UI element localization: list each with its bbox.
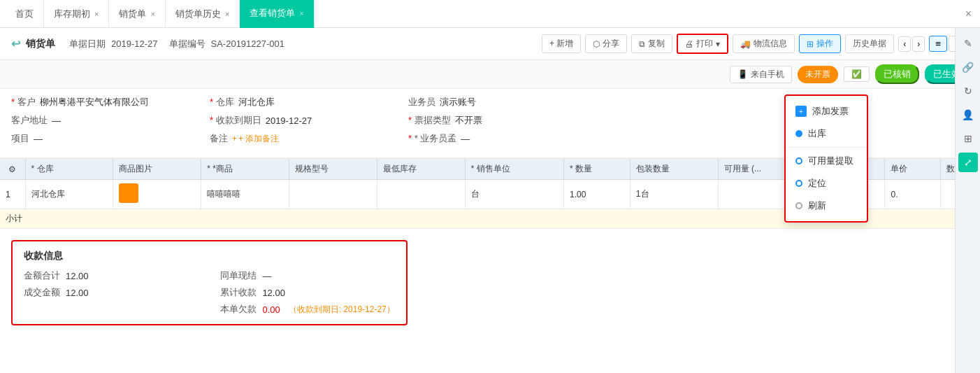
tab-sales-order[interactable]: 销货单 × [109, 0, 165, 28]
sidebar-table-icon[interactable]: ⊞ [958, 129, 978, 148]
th-product: * *商品 [201, 159, 289, 180]
customer-value: 柳州粤港平安气体有限公司 [40, 96, 149, 108]
address-label: 客户地址 [11, 114, 48, 127]
row-package-qty: 1台 [630, 180, 718, 209]
th-unit: * 销售单位 [465, 159, 563, 180]
sidebar-expand-icon[interactable]: ⤢ [958, 153, 978, 172]
tab-sales-order-close[interactable]: × [150, 10, 154, 18]
due-date-value: 2019-12-27 [266, 115, 312, 126]
locate-icon [795, 180, 802, 187]
total-amount-value: 12.00 [66, 271, 89, 281]
menu-outbound[interactable]: 出库 [786, 122, 867, 145]
sidebar-refresh-icon[interactable]: ↻ [958, 81, 978, 101]
outbound-icon [795, 130, 802, 137]
warehouse-value: 河北仓库 [238, 96, 275, 108]
check-icon-button[interactable]: ✅ [844, 66, 870, 82]
doc-number-label: 单据编号 SA-20191227-001 [169, 38, 285, 50]
customer-label: 客户 [11, 96, 36, 108]
tab-inventory-init[interactable]: 库存期初 × [44, 0, 109, 28]
add-note-button[interactable]: + + 添加备注 [232, 133, 279, 145]
operations-button[interactable]: ⊞ 操作 [799, 34, 841, 53]
th-warehouse: * 仓库 [25, 159, 113, 180]
same-order-row: 同单现结 — [220, 269, 394, 282]
sidebar-person-icon[interactable]: 👤 [958, 105, 978, 125]
project-value: — [34, 134, 43, 144]
salesman-field: * 业务员孟 — [408, 132, 590, 145]
right-sidebar: ✎ 🔗 ↻ 👤 ⊞ ⤢ [955, 28, 980, 373]
cumulative-value: 12.00 [262, 288, 285, 298]
copy-icon: ⧉ [639, 39, 645, 49]
due-note: （收款到期日: 2019-12-27） [289, 304, 395, 316]
ticket-type-label: 票据类型 [408, 114, 451, 127]
print-icon: 🖨 [685, 39, 693, 49]
doc-title-text: 销货单 [26, 38, 55, 50]
outbound-label: 出库 [808, 127, 826, 140]
from-phone-button[interactable]: 📱 来自手机 [730, 66, 792, 83]
th-package-qty: 包装数量 [630, 159, 718, 180]
print-button[interactable]: 🖨 打印 ▾ [677, 34, 728, 54]
salesman-label: * 业务员孟 [408, 132, 456, 145]
tab-check-sales[interactable]: 查看销货单 × [240, 0, 314, 28]
payment-left: 金额合计 12.00 成交金额 12.00 [24, 269, 198, 316]
tab-home-label: 首页 [15, 8, 34, 20]
refresh-icon [795, 202, 802, 209]
print-dropdown-arrow[interactable]: ▾ [716, 39, 720, 49]
th-product-image: 商品图片 [113, 159, 201, 180]
not-open-button[interactable]: 未开票 [798, 66, 838, 83]
tab-inventory-init-close[interactable]: × [94, 10, 99, 18]
cumulative-label: 累计收款 [220, 286, 257, 299]
staff-label: 业务员 [408, 96, 435, 108]
share-button[interactable]: ⬡ 分享 [585, 34, 627, 53]
row-index: 1 [0, 180, 25, 209]
view-list-button[interactable]: ≡ [929, 36, 947, 52]
tab-check-sales-close[interactable]: × [299, 9, 303, 17]
operations-icon: ⊞ [807, 39, 814, 49]
customer-field: 客户 柳州粤港平安气体有限公司 [11, 96, 193, 108]
tab-check-sales-label: 查看销货单 [250, 7, 295, 20]
main-area: ↩ 销货单 单据日期 2019-12-27 单据编号 SA-20191227-0… [0, 28, 980, 373]
tab-inventory-init-label: 库存期初 [54, 8, 90, 20]
sidebar-edit-icon[interactable]: ✎ [958, 34, 978, 53]
copy-button[interactable]: ⧉ 复制 [631, 34, 672, 53]
transaction-value: 12.00 [66, 288, 89, 298]
tab-sales-order-label: 销货单 [119, 8, 146, 20]
cumulative-row: 累计收款 12.00 [220, 286, 394, 299]
th-price: 单价 [885, 159, 940, 180]
staff-field: 业务员 演示账号 [408, 96, 590, 108]
logistics-button[interactable]: 🚚 物流信息 [733, 34, 795, 53]
total-amount-label: 金额合计 [24, 269, 60, 282]
prev-arrow[interactable]: ‹ [898, 36, 911, 52]
history-button[interactable]: 历史单据 [845, 34, 894, 53]
payment-grid: 金额合计 12.00 成交金额 12.00 同单现结 — 累计收款 [24, 269, 395, 316]
global-close-icon[interactable]: × [965, 8, 972, 20]
operations-dropdown: + 添加发票 出库 可用量提取 定位 刷新 [784, 94, 868, 223]
tab-sales-history-label: 销货单历史 [175, 8, 221, 20]
staff-value: 演示账号 [440, 96, 476, 108]
refresh-label: 刷新 [808, 199, 826, 212]
salesman-value: — [461, 134, 470, 144]
doc-title-icon: ↩ [11, 37, 20, 50]
tab-sales-history-close[interactable]: × [225, 10, 229, 18]
transaction-row: 成交金额 12.00 [24, 286, 198, 299]
due-date-label: 收款到期日 [210, 114, 261, 127]
row-min-stock [377, 180, 465, 209]
sidebar-link-icon[interactable]: 🔗 [958, 57, 978, 77]
row-product-image [113, 180, 201, 209]
menu-add-invoice[interactable]: + 添加发票 [786, 100, 867, 122]
warehouse-label: 仓库 [210, 96, 234, 108]
th-spec: 规格型号 [289, 159, 377, 180]
approved-button[interactable]: 已核销 [875, 64, 919, 84]
tab-bar: 首页 库存期初 × 销货单 × 销货单历史 × 查看销货单 × × [0, 0, 980, 28]
th-min-stock: 最低库存 [377, 159, 465, 180]
row-warehouse: 河北仓库 [25, 180, 113, 209]
transaction-label: 成交金额 [24, 286, 60, 299]
tab-sales-history[interactable]: 销货单历史 × [166, 0, 240, 28]
address-value: — [52, 115, 61, 126]
tab-home[interactable]: 首页 [6, 0, 44, 28]
next-arrow[interactable]: › [912, 36, 925, 52]
phone-icon: 📱 [737, 69, 748, 79]
menu-refresh[interactable]: 刷新 [786, 195, 867, 217]
menu-available-pick[interactable]: 可用量提取 [786, 150, 867, 172]
new-button[interactable]: + 新增 [542, 34, 581, 53]
menu-locate[interactable]: 定位 [786, 172, 867, 195]
